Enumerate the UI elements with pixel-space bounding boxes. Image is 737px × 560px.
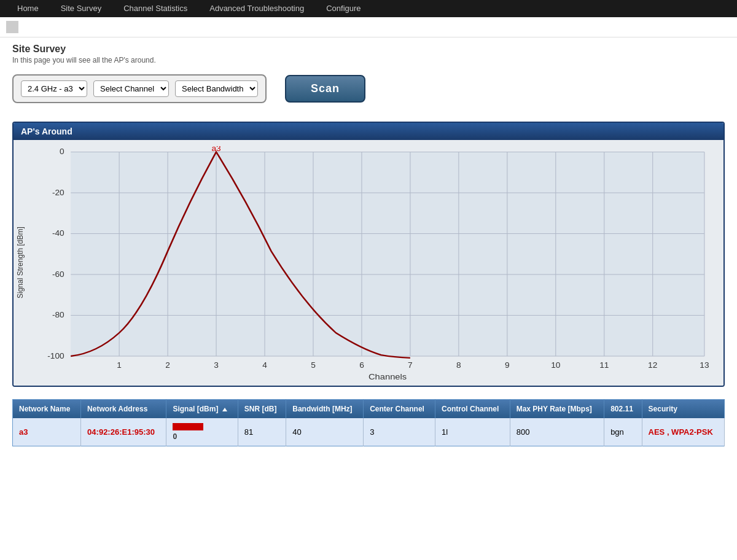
col-signal-dbm[interactable]: Signal [dBm] bbox=[166, 400, 238, 419]
svg-text:8: 8 bbox=[456, 361, 461, 370]
svg-text:1: 1 bbox=[117, 361, 122, 370]
table-row: a3 04:92:26:E1:95:30 0 81 40 3 1l 800 bg… bbox=[13, 418, 725, 446]
controls-section: 2.4 GHz - a3 5 GHz - a3 Select Channel 1… bbox=[0, 68, 737, 115]
cell-bandwidth: 40 bbox=[286, 418, 364, 446]
svg-text:13: 13 bbox=[700, 361, 709, 370]
svg-text:10: 10 bbox=[551, 361, 560, 370]
svg-text:-100: -100 bbox=[47, 351, 64, 360]
cell-control-channel: 1l bbox=[435, 418, 510, 446]
page-icon bbox=[6, 21, 18, 33]
nav-site-survey[interactable]: Site Survey bbox=[50, 0, 112, 17]
svg-text:12: 12 bbox=[648, 361, 657, 370]
page-icon-row bbox=[0, 17, 737, 37]
chart-section: AP's Around Signal Strength [dBm] bbox=[12, 122, 725, 387]
table-header-row: Network Name Network Address Signal [dBm… bbox=[13, 400, 725, 419]
cell-snr-db: 81 bbox=[238, 418, 286, 446]
nav-channel-statistics[interactable]: Channel Statistics bbox=[112, 0, 198, 17]
col-control-channel: Control Channel bbox=[435, 400, 510, 419]
nav-home[interactable]: Home bbox=[6, 0, 50, 17]
controls-box: 2.4 GHz - a3 5 GHz - a3 Select Channel 1… bbox=[12, 74, 267, 103]
col-network-name: Network Name bbox=[13, 400, 81, 419]
signal-bar bbox=[173, 423, 203, 430]
col-center-channel: Center Channel bbox=[364, 400, 435, 419]
table-body: a3 04:92:26:E1:95:30 0 81 40 3 1l 800 bg… bbox=[13, 418, 725, 446]
channel-select[interactable]: Select Channel 1234 5678 91011 bbox=[93, 80, 169, 97]
svg-text:2: 2 bbox=[165, 361, 170, 370]
page-description: In this page you will see all the AP's a… bbox=[12, 56, 725, 64]
data-table: Network Name Network Address Signal [dBm… bbox=[12, 399, 725, 446]
page-title: Site Survey bbox=[12, 44, 725, 55]
svg-text:11: 11 bbox=[599, 361, 609, 370]
col-security: Security bbox=[642, 400, 724, 419]
svg-text:-20: -20 bbox=[52, 188, 64, 196]
svg-text:7: 7 bbox=[408, 361, 413, 370]
cell-network-address: 04:92:26:E1:95:30 bbox=[81, 418, 166, 446]
svg-text:3: 3 bbox=[214, 361, 219, 370]
svg-text:5: 5 bbox=[311, 361, 316, 370]
bandwidth-select[interactable]: Select Bandwidth 204080 bbox=[175, 80, 258, 97]
chart-svg: 0 -20 -40 -60 -80 -100 1 2 3 4 5 6 7 8 9 bbox=[32, 146, 717, 379]
y-axis-label: Signal Strength [dBm] bbox=[14, 146, 32, 379]
frequency-select[interactable]: 2.4 GHz - a3 5 GHz - a3 bbox=[21, 80, 87, 97]
col-dot11: 802.11 bbox=[604, 400, 642, 419]
svg-text:0: 0 bbox=[60, 147, 64, 156]
svg-text:a3: a3 bbox=[211, 146, 220, 152]
svg-text:9: 9 bbox=[505, 361, 510, 370]
scan-button[interactable]: Scan bbox=[285, 75, 365, 103]
col-network-address: Network Address bbox=[81, 400, 166, 419]
table-section: Network Name Network Address Signal [dBm… bbox=[12, 399, 725, 446]
col-bandwidth: Bandwidth [MHz] bbox=[286, 400, 364, 419]
svg-text:4: 4 bbox=[262, 361, 267, 370]
col-snr-db: SNR [dB] bbox=[238, 400, 286, 419]
cell-dot11: bgn bbox=[604, 418, 642, 446]
chart-title: AP's Around bbox=[14, 123, 723, 140]
svg-text:-60: -60 bbox=[52, 270, 64, 278]
cell-max-phy-rate: 800 bbox=[510, 418, 604, 446]
chart-container: Signal Strength [dBm] bbox=[14, 146, 717, 379]
svg-text:6: 6 bbox=[359, 361, 364, 370]
nav-advanced-troubleshooting[interactable]: Advanced Troubleshooting bbox=[198, 0, 315, 17]
nav-configure[interactable]: Configure bbox=[315, 0, 372, 17]
cell-center-channel: 3 bbox=[364, 418, 435, 446]
cell-signal-dbm: 0 bbox=[166, 418, 238, 446]
svg-text:-80: -80 bbox=[52, 311, 64, 319]
svg-text:-40: -40 bbox=[52, 229, 64, 238]
svg-text:Channels: Channels bbox=[368, 372, 407, 379]
chart-body: Signal Strength [dBm] bbox=[14, 140, 723, 386]
col-max-phy-rate: Max PHY Rate [Mbps] bbox=[510, 400, 604, 419]
navigation-bar: Home Site Survey Channel Statistics Adva… bbox=[0, 0, 737, 17]
page-header: Site Survey In this page you will see al… bbox=[0, 37, 737, 68]
cell-security: AES , WPA2-PSK bbox=[642, 418, 724, 446]
cell-network-name: a3 bbox=[13, 418, 81, 446]
chart-inner: 0 -20 -40 -60 -80 -100 1 2 3 4 5 6 7 8 9 bbox=[32, 146, 717, 379]
sort-arrow-signal bbox=[222, 408, 227, 411]
